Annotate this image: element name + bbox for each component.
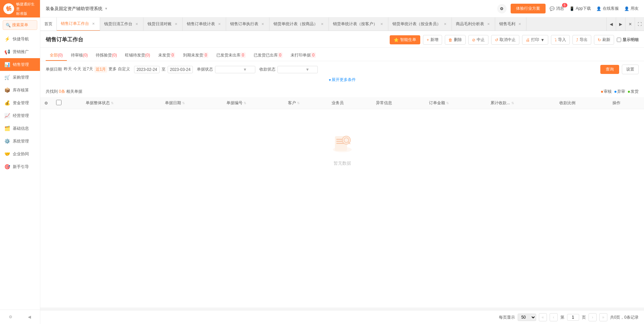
prev-page-button[interactable]: ‹	[550, 313, 558, 321]
tab-close-staff[interactable]: ✕	[443, 22, 447, 27]
customer-sort-icon[interactable]: ⇅	[297, 101, 300, 105]
last-page-button[interactable]: »	[599, 313, 607, 321]
date-sort-icon[interactable]: ⇅	[182, 101, 185, 105]
smart-create-button[interactable]: ⭐ 智能生单	[390, 35, 420, 44]
tab-close-sales-workbench[interactable]: ✕	[91, 22, 96, 26]
next-page-button[interactable]: ›	[589, 313, 597, 321]
sub-tab-pending-inspect[interactable]: 待拣验货(0)	[92, 50, 121, 61]
horizontal-scroll[interactable]	[40, 308, 644, 310]
settings-button[interactable]: 设置	[622, 65, 639, 74]
sidebar-item-marketing[interactable]: 📢 营销推广	[0, 45, 40, 58]
query-button[interactable]: 查询	[600, 65, 619, 74]
tab-close-all-button[interactable]: ✕	[625, 17, 635, 31]
message-button[interactable]: 💬 6 消息	[550, 6, 564, 11]
ship-action-button[interactable]: 发货	[628, 89, 639, 94]
date-shortcut-custom[interactable]: 自定义	[118, 66, 130, 73]
tab-close-sales-gross[interactable]: ✕	[517, 22, 522, 27]
show-detail-checkbox-label[interactable]: 显示明细	[617, 37, 639, 43]
status-select[interactable]: ▼	[215, 66, 255, 73]
date-shortcut-yesterday[interactable]: 昨天	[64, 66, 72, 73]
tab-close-cash-reconcile[interactable]: ✕	[174, 22, 178, 27]
page-input[interactable]	[567, 314, 579, 321]
show-detail-checkbox[interactable]	[617, 38, 621, 42]
date-shortcut-1month[interactable]: 近1月	[94, 66, 108, 73]
tab-cash-daily[interactable]: 钱货日清工作台 ✕	[100, 17, 143, 31]
sub-tab-all[interactable]: 全部(0)	[46, 50, 67, 61]
tab-sales-summary-staff[interactable]: 销货单统计表（按业务员） ✕	[388, 17, 452, 31]
user-button[interactable]: 👤 用友	[624, 6, 639, 11]
sub-tab-shipped-stored[interactable]: 已发货已出库0	[250, 50, 287, 61]
status-sort-icon[interactable]: ⇅	[111, 101, 114, 105]
sub-tab-wangpu[interactable]: 旺铺待发货(0)	[121, 50, 154, 61]
tab-sales-exec[interactable]: 销售订单执行表 ✕	[226, 17, 269, 31]
tab-close-product[interactable]: ✕	[320, 22, 325, 27]
sub-tab-not-printed[interactable]: 未打印单据0	[287, 50, 320, 61]
sidebar-item-collab[interactable]: 🤝 企业协同	[0, 148, 40, 160]
tab-gross-profit[interactable]: 商品毛利分析表 ✕	[452, 17, 495, 31]
column-settings-icon[interactable]: ⚙	[44, 101, 48, 106]
tab-sales-workbench[interactable]: 销售订单工作台 ✕	[57, 17, 100, 31]
export-button[interactable]: ⤴ 导出	[572, 35, 591, 45]
sidebar-item-inventory[interactable]: 📦 库存核算	[0, 84, 40, 96]
sub-tab-shipped-not-stored[interactable]: 已发货未出库0	[212, 50, 250, 61]
tab-prev-button[interactable]: ◀	[606, 17, 616, 31]
sidebar-item-finance[interactable]: 💰 资金管理	[0, 96, 40, 109]
tab-close-customer[interactable]: ✕	[379, 22, 384, 27]
sub-tab-overdue[interactable]: 到期未发货0	[179, 50, 212, 61]
import-button[interactable]: ⤵ 导入	[551, 35, 570, 45]
date-shortcut-7days[interactable]: 近7天	[83, 66, 93, 73]
sub-tab-pending-review[interactable]: 待审核(0)	[67, 50, 92, 61]
sidebar-item-purchase[interactable]: 🛒 采购管理	[0, 71, 40, 84]
tab-fullscreen-button[interactable]: ⛶	[635, 17, 644, 31]
sidebar-item-guide[interactable]: 🎯 新手引导	[0, 160, 40, 173]
header-settings-button[interactable]: ⚙	[497, 4, 507, 13]
tab-close-sales-stats[interactable]: ✕	[217, 22, 222, 27]
sidebar: 畅 畅捷通好生意 标准版 🔍 搜索菜单 ⚡ 快捷导航 📢 营销推广 📊 销售管理…	[0, 0, 40, 324]
tab-close-sales-exec[interactable]: ✕	[260, 22, 265, 27]
collection-select[interactable]: ▼	[277, 66, 318, 73]
tab-cash-reconcile[interactable]: 钱货日清对账 ✕	[143, 17, 183, 31]
sidebar-item-quick-nav[interactable]: ⚡ 快捷导航	[0, 33, 40, 45]
date-from-input[interactable]: 2023-02-24	[134, 66, 159, 73]
collected-sort-icon[interactable]: ⇅	[511, 101, 514, 105]
expand-filter-button[interactable]: ▾ 展开更多条件	[329, 77, 356, 83]
sidebar-item-operation[interactable]: 📈 经营管理	[0, 109, 40, 122]
cancel-stop-button[interactable]: ↺ 取消中止	[491, 35, 519, 45]
app-download-button[interactable]: 📱 App下载	[569, 6, 591, 11]
refresh-button[interactable]: ↻ 刷新	[594, 35, 614, 45]
search-menu-button[interactable]: 🔍 搜索菜单	[3, 20, 37, 30]
new-button[interactable]: + 新增	[423, 35, 442, 45]
sub-tab-not-shipped[interactable]: 未发货0	[154, 50, 179, 61]
review-action-button[interactable]: 审核	[601, 89, 612, 94]
tab-home[interactable]: 首页	[40, 17, 57, 31]
tab-close-gross[interactable]: ✕	[486, 22, 491, 27]
sidebar-item-sales[interactable]: 📊 销售管理	[0, 58, 40, 71]
date-to-input[interactable]: 2023-03-24	[168, 66, 193, 73]
sidebar-settings-button[interactable]: ⚙	[3, 313, 19, 321]
sidebar-item-base[interactable]: 🗂️ 基础信息	[0, 122, 40, 135]
filter-row-1: 单据日期 昨天 今天 近7天 近1月 更多 自定义 2023-02-24	[46, 65, 639, 74]
date-shortcut-today[interactable]: 今天	[73, 66, 81, 73]
amount-sort-icon[interactable]: ⇅	[446, 101, 449, 105]
tab-sales-gross[interactable]: 销售毛利 ✕	[495, 17, 526, 31]
status-select-arrow: ▼	[243, 67, 247, 72]
sidebar-item-system[interactable]: ⚙️ 系统管理	[0, 135, 40, 148]
export-icon: ⤴	[576, 38, 578, 42]
tab-next-button[interactable]: ▶	[616, 17, 625, 31]
tab-sales-summary-customer[interactable]: 销货单统计表（按客户） ✕	[329, 17, 388, 31]
stop-button[interactable]: ⊘ 中止	[468, 35, 488, 45]
first-page-button[interactable]: «	[539, 313, 547, 321]
print-button[interactable]: 🖨 打印 ▼	[522, 35, 548, 45]
industry-solution-button[interactable]: 体验行业方案	[511, 4, 546, 13]
tab-sales-stats[interactable]: 销售订单统计表 ✕	[183, 17, 226, 31]
select-all-checkbox[interactable]	[56, 100, 61, 105]
sidebar-collapse-button[interactable]: ◀	[22, 313, 38, 321]
unreviewed-action-button[interactable]: 弃审	[614, 89, 625, 94]
tab-close-cash-daily[interactable]: ✕	[134, 22, 139, 27]
delete-button[interactable]: 🗑 删除	[445, 35, 466, 45]
number-sort-icon[interactable]: ⇅	[244, 101, 246, 105]
tab-sales-summary-product[interactable]: 销货单统计表（按商品） ✕	[269, 17, 329, 31]
per-page-select[interactable]: 50 20 100	[518, 314, 536, 321]
date-shortcut-more[interactable]: 更多	[109, 66, 117, 73]
online-service-button[interactable]: 👤 在线客服	[596, 6, 619, 11]
